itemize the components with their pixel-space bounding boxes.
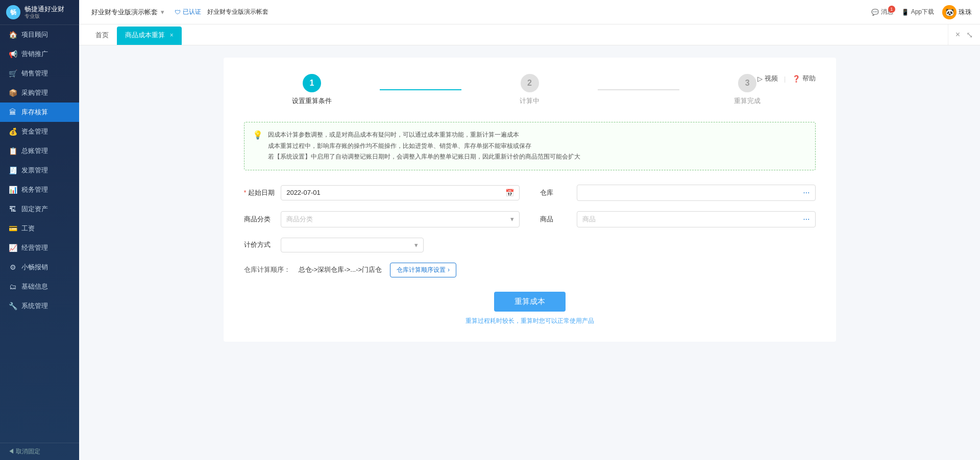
tab-cost-recalc[interactable]: 商品成本重算 × — [117, 27, 182, 45]
step-3-label: 重算完成 — [734, 96, 761, 106]
pricing-label: 计价方式 — [244, 240, 275, 249]
tax-icon: 📊 — [8, 186, 17, 194]
start-date-input[interactable]: 2022-07-01 📅 — [281, 185, 519, 200]
sidebar-item-发票管理[interactable]: 🧾 发票管理 — [0, 161, 79, 180]
recalc-hint: 重算过程耗时较长，重算时您可以正常使用产品 — [244, 317, 816, 325]
sidebar-item-系统管理[interactable]: 🔧 系统管理 — [0, 296, 79, 316]
warehouse-input[interactable]: ··· — [577, 185, 816, 201]
step-3-circle: 3 — [738, 74, 756, 92]
stepper: 1 设置重算条件 2 计算中 3 重算完成 — [244, 74, 816, 106]
sidebar-item-小畅报销[interactable]: ⚙ 小畅报销 — [0, 258, 79, 277]
step-3: 3 重算完成 — [679, 74, 816, 106]
messages-button[interactable]: 💬 消息 1 — [871, 8, 893, 16]
recalc-section: 重算成本 重算过程耗时较长，重算时您可以正常使用产品 — [244, 292, 816, 325]
chevron-down-icon: ▾ — [161, 8, 164, 16]
verified-badge: 🛡 已认证 — [175, 8, 201, 16]
page-wrapper: ▷ 视频 | ❓ 帮助 1 设置重算条件 — [224, 58, 836, 342]
tab-bar: 首页 商品成本重算 × — [79, 24, 948, 45]
step-1: 1 设置重算条件 — [244, 74, 380, 106]
purchase-icon: 📦 — [8, 89, 17, 97]
info-box: 💡 因成本计算参数调整，或是对商品成本有疑问时，可以通过成本重算功能，重新计算一… — [244, 122, 816, 170]
expense-icon: ⚙ — [8, 263, 17, 271]
sidebar: 畅 畅捷通好业财 专业版 🏠 项目顾问 📢 营销推广 🛒 销售管理 📦 采购管理… — [0, 0, 79, 460]
warehouse-calc-value: 总仓->深圳仓库->...->门店仓 — [299, 265, 382, 274]
logo-icon: 畅 — [6, 5, 20, 19]
main-area: 好业财专业版演示帐套 ▾ 🛡 已认证 好业财专业版演示帐套 💬 消息 1 📱 A… — [79, 0, 980, 460]
warehouse-calc-label: 仓库计算顺序： — [244, 265, 290, 274]
info-text: 因成本计算参数调整，或是对商品成本有疑问时，可以通过成本重算功能，重新计算一遍成… — [268, 130, 580, 163]
category-select[interactable]: 商品分类 ▾ — [281, 211, 520, 227]
tab-close-button[interactable]: × — [170, 32, 174, 39]
content-area: ▷ 视频 | ❓ 帮助 1 设置重算条件 — [79, 45, 980, 460]
system-icon: 🔧 — [8, 302, 17, 310]
warehouse-calc-row: 仓库计算顺序： 总仓->深圳仓库->...->门店仓 仓库计算顺序设置 › — [244, 263, 816, 277]
account-selector[interactable]: 好业财专业版演示帐套 ▾ — [87, 6, 168, 19]
sidebar-unpin-button[interactable]: ◀ 取消固定 — [0, 443, 79, 460]
ops-icon: 📈 — [8, 244, 17, 252]
pricing-arrow-icon: ▾ — [414, 241, 418, 249]
form-grid: 起始日期 2022-07-01 📅 仓库 ··· 商品分类 — [244, 185, 816, 227]
invoice-icon: 🧾 — [8, 166, 17, 174]
category-label: 商品分类 — [244, 215, 275, 224]
pricing-row: 计价方式 ▾ — [244, 238, 816, 252]
goods-input[interactable]: 商品 ··· — [577, 211, 816, 227]
home-icon: 🏠 — [8, 31, 17, 39]
sidebar-item-总账管理[interactable]: 📋 总账管理 — [0, 141, 79, 161]
step-2: 2 计算中 — [461, 74, 598, 106]
app-download-button[interactable]: 📱 App下载 — [901, 8, 934, 16]
expand-window-button[interactable]: ⤡ — [965, 29, 974, 41]
logo-text: 畅捷通好业财 专业版 — [24, 5, 64, 19]
close-window-button[interactable]: × — [954, 29, 961, 40]
sidebar-item-工资[interactable]: 💳 工资 — [0, 219, 79, 238]
goods-dots-icon: ··· — [803, 215, 810, 224]
category-arrow-icon: ▾ — [510, 215, 514, 223]
sidebar-logo: 畅 畅捷通好业财 专业版 — [0, 0, 79, 25]
sidebar-item-项目顾问[interactable]: 🏠 项目顾问 — [0, 25, 79, 44]
notification-badge: 1 — [888, 6, 895, 13]
user-menu[interactable]: 🐼 珠珠 — [942, 5, 972, 19]
category-row: 商品分类 商品分类 ▾ — [244, 211, 520, 227]
sidebar-item-库存核算[interactable]: 🏛 库存核算 — [0, 103, 79, 122]
sidebar-item-固定资产[interactable]: 🏗 固定资产 — [0, 199, 79, 219]
info-icon: 💡 — [253, 130, 263, 163]
avatar: 🐼 — [942, 5, 957, 19]
step-connector-2-3 — [598, 89, 679, 90]
shield-icon: 🛡 — [175, 9, 181, 16]
topbar: 好业财专业版演示帐套 ▾ 🛡 已认证 好业财专业版演示帐套 💬 消息 1 📱 A… — [79, 0, 980, 24]
message-icon: 💬 — [871, 9, 879, 16]
chevron-right-icon: › — [448, 266, 450, 273]
sales-icon: 🛒 — [8, 69, 17, 78]
sidebar-item-税务管理[interactable]: 📊 税务管理 — [0, 180, 79, 199]
topbar-right: 💬 消息 1 📱 App下载 🐼 珠珠 — [871, 5, 972, 19]
finance-icon: 💰 — [8, 127, 17, 136]
ledger-icon: 📋 — [8, 147, 17, 155]
start-date-row: 起始日期 2022-07-01 📅 — [244, 185, 520, 201]
calendar-icon[interactable]: 📅 — [505, 189, 514, 197]
warehouse-row: 仓库 ··· — [540, 185, 816, 201]
sidebar-item-资金管理[interactable]: 💰 资金管理 — [0, 122, 79, 141]
salary-icon: 💳 — [8, 224, 17, 233]
recalc-button[interactable]: 重算成本 — [494, 292, 566, 312]
warehouse-calc-settings-button[interactable]: 仓库计算顺序设置 › — [390, 263, 456, 277]
step-1-circle: 1 — [303, 74, 321, 92]
start-date-label: 起始日期 — [244, 188, 275, 197]
warehouse-label: 仓库 — [540, 188, 571, 197]
sidebar-item-经营管理[interactable]: 📈 经营管理 — [0, 238, 79, 258]
base-info-icon: 🗂 — [8, 283, 17, 291]
asset-icon: 🏗 — [8, 205, 17, 213]
warehouse-dots-icon: ··· — [803, 188, 810, 197]
pricing-select[interactable]: ▾ — [281, 238, 424, 252]
step-connector-1-2 — [380, 89, 461, 90]
sidebar-item-基础信息[interactable]: 🗂 基础信息 — [0, 277, 79, 296]
sidebar-item-销售管理[interactable]: 🛒 销售管理 — [0, 64, 79, 83]
tab-home[interactable]: 首页 — [87, 27, 117, 45]
step-2-circle: 2 — [521, 74, 539, 92]
goods-label: 商品 — [540, 215, 571, 224]
step-2-label: 计算中 — [520, 96, 540, 106]
sidebar-item-采购管理[interactable]: 📦 采购管理 — [0, 83, 79, 103]
inventory-icon: 🏛 — [8, 108, 17, 116]
account-full-name: 好业财专业版演示帐套 — [207, 8, 268, 16]
step-1-label: 设置重算条件 — [292, 96, 332, 106]
sidebar-item-营销推广[interactable]: 📢 营销推广 — [0, 44, 79, 64]
marketing-icon: 📢 — [8, 50, 17, 58]
